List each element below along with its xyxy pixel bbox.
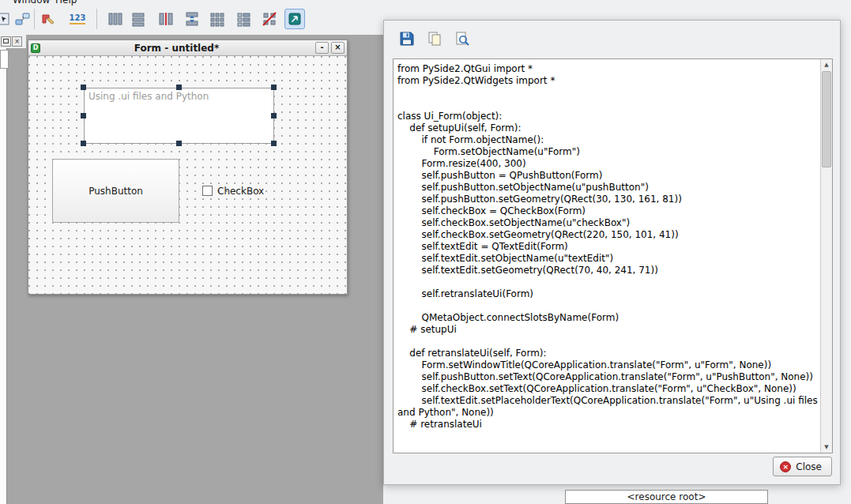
layout-horizontal-icon[interactable]	[104, 9, 125, 29]
pushbutton-widget[interactable]: PushButton	[52, 159, 179, 223]
close-button[interactable]: × Close	[773, 457, 832, 476]
close-window-button[interactable]: ×	[331, 42, 345, 54]
layout-form-icon[interactable]	[233, 9, 254, 29]
mdi-area: D Form - untitled* - × Using .ui files a…	[7, 35, 383, 504]
code-view[interactable]: from PySide2.QtGui import * from PySide2…	[393, 58, 833, 453]
selection-handle-middle-right[interactable]	[271, 113, 277, 118]
textedit-placeholder: Using .ui files and Python	[85, 88, 273, 104]
selection-handle-top-right[interactable]	[271, 85, 277, 90]
layout-splitter-horizontal-icon[interactable]	[156, 9, 176, 29]
minimize-button[interactable]: -	[315, 42, 329, 54]
selection-handle-middle-left[interactable]	[81, 113, 86, 118]
widget-box-dock-fragment	[0, 48, 7, 504]
tab-order-label: 123	[70, 13, 86, 24]
copy-button[interactable]	[424, 28, 445, 49]
generated-code-text: from PySide2.QtGui import * from PySide2…	[393, 59, 819, 434]
save-icon	[398, 30, 416, 47]
scrollbar-thumb[interactable]	[822, 71, 831, 167]
checkbox-widget[interactable]: CheckBox	[202, 175, 282, 207]
selection-handle-top-left[interactable]	[81, 85, 86, 90]
menu-bar: Window Help	[0, 0, 851, 6]
menu-help[interactable]: Help	[55, 0, 77, 6]
menu-window[interactable]: Window	[13, 0, 50, 6]
widget-box-filter-fragment[interactable]	[0, 50, 9, 69]
toolbar-separator	[96, 9, 97, 29]
selection-handle-top-center[interactable]	[176, 85, 182, 90]
dock-title-fragment: ×	[0, 35, 26, 48]
close-button-label: Close	[796, 461, 822, 472]
edit-tab-order-icon[interactable]: 123	[66, 9, 89, 29]
layout-vertical-icon[interactable]	[128, 9, 149, 29]
adjust-size-icon[interactable]	[284, 9, 305, 29]
code-scrollbar[interactable]: ▲ ▼	[820, 59, 832, 453]
float-glyph	[3, 39, 9, 43]
close-icon: ×	[780, 461, 791, 472]
form-window-titlebar[interactable]: D Form - untitled* - ×	[28, 40, 347, 56]
dock-float-icon[interactable]	[1, 36, 11, 47]
code-preview-dialog: from PySide2.QtGui import * from PySide2…	[383, 20, 841, 485]
copy-icon	[426, 30, 443, 47]
save-button[interactable]	[397, 28, 417, 49]
resource-root-panel[interactable]: <resource root>	[565, 490, 768, 504]
layout-splitter-vertical-icon[interactable]	[182, 9, 202, 29]
break-layout-icon[interactable]	[259, 9, 280, 29]
checkbox-label: CheckBox	[217, 186, 264, 197]
code-dialog-toolbar	[397, 28, 473, 49]
dock-close-icon[interactable]: ×	[12, 36, 22, 47]
textedit-widget[interactable]: Using .ui files and Python	[84, 88, 274, 144]
resource-root-label: <resource root>	[627, 491, 706, 502]
scroll-up-icon[interactable]: ▲	[821, 59, 832, 70]
selection-handle-bottom-left[interactable]	[81, 141, 86, 146]
find-button[interactable]	[452, 28, 473, 49]
form-window-title: Form - untitled*	[40, 43, 313, 54]
checkbox-indicator-icon[interactable]	[202, 186, 213, 196]
edit-signals-slots-icon[interactable]	[12, 9, 32, 29]
scroll-down-icon[interactable]: ▼	[821, 442, 832, 453]
form-canvas[interactable]: Using .ui files and Python PushButton Ch…	[28, 56, 347, 294]
layout-grid-icon[interactable]	[206, 9, 227, 29]
form-editor-window[interactable]: D Form - untitled* - × Using .ui files a…	[28, 39, 348, 295]
qt-designer-screen: Window Help 123	[0, 0, 851, 504]
toolbar-separator	[34, 9, 35, 29]
selection-handle-bottom-right[interactable]	[271, 141, 277, 146]
find-icon	[454, 30, 471, 47]
form-window-icon: D	[31, 43, 40, 53]
selection-handle-bottom-center[interactable]	[176, 141, 182, 146]
edit-buddies-icon[interactable]	[38, 9, 58, 29]
